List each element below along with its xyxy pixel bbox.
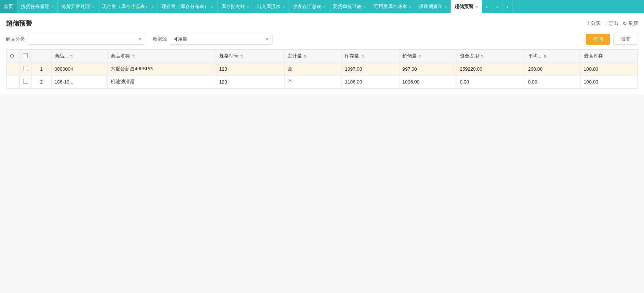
th-max-stock[interactable]: 最高库存	[581, 50, 637, 63]
th-stock[interactable]: 库存量 ⇅	[342, 50, 399, 63]
close-icon-req[interactable]: ×	[363, 4, 366, 9]
th-product-name[interactable]: 商品名称 ⇅	[108, 50, 216, 63]
nav-item-stock-dist[interactable]: 现存量（库存分布表） ×	[158, 0, 217, 13]
td-spec-1: 123	[216, 75, 284, 88]
close-icon-exception[interactable]: ×	[92, 4, 94, 9]
td-product-code-1: 186-10...	[51, 75, 108, 88]
nav-label-home: 首页	[4, 3, 13, 10]
table-container: ⚙ 商品... ⇅ 商品名称 ⇅ 规格型号	[6, 49, 638, 89]
td-overstock-0: 997.00	[399, 63, 457, 75]
export-button[interactable]: ↓ 导出	[605, 20, 618, 27]
th-unit[interactable]: 主计量 ⇅	[284, 50, 342, 63]
nav-item-inout[interactable]: 出入库流水 ×	[253, 0, 289, 13]
td-product-code-0: 0000004	[51, 63, 108, 75]
header-actions: ⤴ 分享 ↓ 导出 ↻ 刷新	[587, 20, 638, 27]
row-checkbox-1[interactable]	[23, 79, 28, 84]
sort-icon-avg: ⇅	[544, 54, 546, 58]
nav-label-stock-dist: 现存量（库存分布表）	[161, 3, 209, 10]
nav-label-quality: 保质期查询	[419, 3, 443, 10]
sort-icon-unit: ⇅	[304, 54, 307, 58]
table-header-row: ⚙ 商品... ⇅ 商品名称 ⇅ 规格型号	[7, 50, 638, 63]
th-checkbox[interactable]	[20, 50, 32, 63]
settings-button[interactable]: 设置	[613, 34, 638, 45]
close-icon-batch[interactable]: ×	[247, 4, 249, 9]
refresh-icon: ↻	[623, 21, 627, 26]
sort-icon-product-name: ⇅	[132, 54, 135, 58]
sort-icon-stock: ⇅	[361, 54, 364, 58]
close-icon-avail[interactable]: ×	[409, 4, 411, 9]
td-checkbox-0[interactable]	[20, 63, 32, 75]
td-stock-0: 1097.00	[342, 63, 399, 75]
sort-icon-product-code: ⇅	[70, 54, 73, 58]
page-title: 超储预警	[6, 19, 32, 28]
th-settings[interactable]: ⚙	[7, 50, 20, 63]
th-fund-occ[interactable]: 资金占用 ⇅	[457, 50, 525, 63]
gear-icon[interactable]: ⚙	[10, 53, 14, 59]
close-icon-task[interactable]: ×	[51, 4, 54, 9]
td-row-actions-1	[7, 75, 20, 88]
td-checkbox-1[interactable]	[20, 75, 32, 88]
table-row: 1 0000004 六配套新昌490BPG 123 套 1097.00 997.…	[7, 63, 638, 75]
nav-label-overstock: 超储预警	[454, 3, 473, 10]
td-row-num-1: 2	[32, 75, 52, 88]
nav-label-avail: 可用量库存账本	[374, 3, 407, 10]
share-icon: ⤴	[587, 21, 589, 26]
close-icon-stock-dist[interactable]: ×	[211, 4, 213, 9]
th-avg[interactable]: 平均... ⇅	[525, 50, 581, 63]
query-button[interactable]: 查询	[586, 34, 610, 45]
th-row-num	[32, 50, 52, 63]
nav-label-exception: 拣货异常处理	[61, 3, 90, 10]
share-button[interactable]: ⤴ 分享	[587, 20, 600, 27]
export-icon: ↓	[605, 21, 607, 26]
td-product-name-0: 六配套新昌490BPG	[108, 63, 216, 75]
td-row-actions-0	[7, 63, 20, 75]
nav-item-quality[interactable]: 保质期查询 ×	[415, 0, 451, 13]
datasource-arrow-icon: ▼	[265, 37, 269, 41]
nav-item-overstock[interactable]: 超储预警 ×	[451, 0, 482, 13]
filter-row: 商品分类 ▼ 数据源 可用量 ▼ 查询 设置	[6, 34, 638, 45]
td-unit-0: 套	[284, 63, 342, 75]
td-max-stock-1: 100.00	[581, 75, 637, 88]
nav-label-req: 要货单统计表	[333, 3, 362, 10]
close-icon-inout[interactable]: ×	[282, 4, 285, 9]
refresh-button[interactable]: ↻ 刷新	[623, 20, 638, 27]
th-spec[interactable]: 规格型号 ⇅	[216, 50, 284, 63]
nav-item-home[interactable]: 首页	[0, 0, 17, 13]
nav-item-summary[interactable]: 收发存汇总表 ×	[289, 0, 329, 13]
category-label: 商品分类	[6, 36, 25, 42]
nav-item-stock-status[interactable]: 现存量（库存状况表） ×	[98, 0, 158, 13]
select-all-checkbox[interactable]	[23, 53, 28, 58]
datasource-value: 可用量	[173, 36, 187, 42]
th-overstock[interactable]: 超储量 ⇅	[399, 50, 457, 63]
nav-item-batch[interactable]: 库存批次账 ×	[217, 0, 253, 13]
datasource-label: 数据源	[153, 36, 167, 42]
nav-next-arrow[interactable]: ›	[492, 0, 502, 13]
close-icon-overstock[interactable]: ×	[475, 4, 477, 9]
close-icon-quality[interactable]: ×	[444, 4, 447, 9]
td-avg-1: 0.00	[525, 75, 581, 88]
refresh-label: 刷新	[629, 20, 638, 27]
table-row: 2 186-10... 机油滤清器 123 个 1106.00 1006.00 …	[7, 75, 638, 88]
sort-icon-fund-occ: ⇅	[481, 54, 484, 58]
nav-label-summary: 收发存汇总表	[293, 3, 321, 10]
nav-item-task[interactable]: 拣货任务管理 ×	[17, 0, 58, 13]
category-select[interactable]: ▼	[28, 34, 145, 45]
td-unit-1: 个	[284, 75, 342, 88]
th-product-code[interactable]: 商品... ⇅	[51, 50, 108, 63]
sort-icon-spec: ⇅	[240, 54, 243, 58]
nav-more-arrow[interactable]: ›	[502, 0, 513, 13]
close-icon-stock-status[interactable]: ×	[151, 4, 154, 9]
td-stock-1: 1106.00	[342, 75, 399, 88]
page-header: 超储预警 ⤴ 分享 ↓ 导出 ↻ 刷新	[6, 19, 638, 28]
nav-prev-arrow[interactable]: ‹	[482, 0, 492, 13]
nav-label-task: 拣货任务管理	[21, 3, 50, 10]
row-checkbox-0[interactable]	[23, 66, 28, 71]
nav-item-avail[interactable]: 可用量库存账本 ×	[370, 0, 415, 13]
nav-item-exception[interactable]: 拣货异常处理 ×	[58, 0, 98, 13]
datasource-select[interactable]: 可用量 ▼	[170, 34, 272, 45]
filter-actions: 查询 设置	[586, 34, 638, 45]
close-icon-summary[interactable]: ×	[323, 4, 325, 9]
datasource-filter-group: 数据源 可用量 ▼	[153, 34, 272, 45]
nav-item-req[interactable]: 要货单统计表 ×	[329, 0, 370, 13]
category-arrow-icon: ▼	[138, 37, 142, 41]
